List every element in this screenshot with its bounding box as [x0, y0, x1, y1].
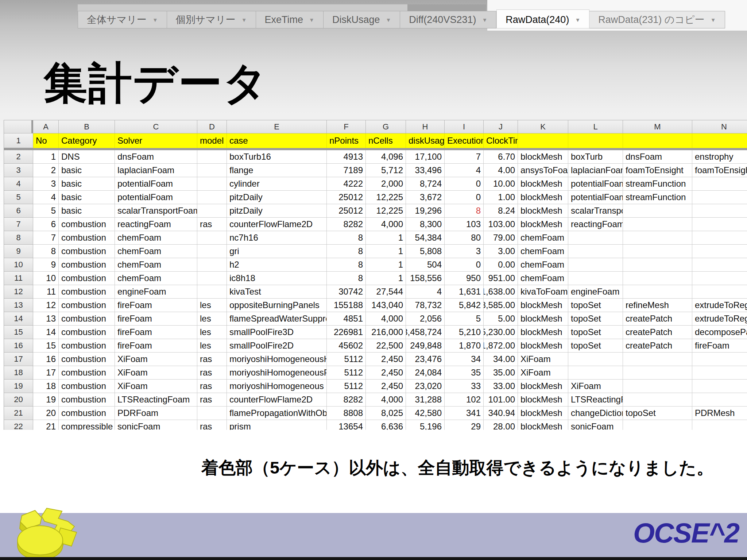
sheet-cell[interactable]: potentialFoam	[115, 191, 197, 204]
sheet-cell[interactable]	[623, 353, 692, 366]
sheet-cell[interactable]	[623, 420, 692, 430]
sheet-cell[interactable]: 4222	[327, 177, 366, 191]
sheet-cell[interactable]: 8.24	[484, 204, 518, 218]
sheet-cell[interactable]: combustion	[59, 407, 115, 420]
sheet-cell[interactable]: 5,230.00	[484, 326, 518, 339]
sheet-cell[interactable]: combustion	[59, 339, 115, 353]
sheet-cell[interactable]: 35	[445, 366, 484, 380]
sheet-cell[interactable]: 5.00	[484, 312, 518, 326]
sheet-cell[interactable]: reactingFoam	[115, 218, 197, 231]
sheet-cell[interactable]: combustion	[59, 285, 115, 299]
sheet-cell[interactable]: extrudeToRegion	[692, 299, 747, 312]
sheet-cell[interactable]: scalarTransportFoam	[568, 204, 623, 218]
sheet-cell[interactable]: nc7h16	[227, 231, 327, 245]
sheet-cell[interactable]: XiFoam	[115, 353, 197, 366]
sheet-cell[interactable]: potentialFoam	[115, 177, 197, 191]
row-header[interactable]: 5	[4, 191, 33, 204]
sheet-cell[interactable]	[692, 420, 747, 430]
sheet-cell[interactable]: PDRFoam	[115, 407, 197, 420]
sheet-cell[interactable]	[197, 150, 227, 164]
sheet-cell[interactable]: 33.00	[484, 380, 518, 393]
row-header[interactable]: 19	[4, 380, 33, 393]
sheet-cell[interactable]: combustion	[59, 272, 115, 285]
sheet-cell[interactable]: 19	[33, 393, 59, 407]
sheet-cell[interactable]: 4	[33, 191, 59, 204]
sheet-cell[interactable]: 8282	[327, 218, 366, 231]
sheet-cell[interactable]: 30742	[327, 285, 366, 299]
sheet-cell[interactable]: 1	[33, 150, 59, 164]
sheet-cell[interactable]: 12	[33, 299, 59, 312]
sheet-cell[interactable]: 5,842	[445, 299, 484, 312]
sheet-cell[interactable]	[623, 393, 692, 407]
sheet-cell[interactable]: 1,872.00	[484, 339, 518, 353]
tab-scrollbar-thumb[interactable]	[407, 4, 486, 11]
sheet-cell[interactable]: topoSet	[568, 299, 623, 312]
sheet-cell[interactable]: 5112	[327, 366, 366, 380]
sheet-cell[interactable]: foamToEnsight	[623, 164, 692, 177]
sheet-cell[interactable]: XiFoam	[115, 380, 197, 393]
sheet-cell[interactable]	[623, 272, 692, 285]
sheet-cell[interactable]: 155188	[327, 299, 366, 312]
sheet-cell[interactable]: boxTurb	[568, 150, 623, 164]
sheet-cell[interactable]	[692, 272, 747, 285]
sheet-cell[interactable]: 8282	[327, 393, 366, 407]
sheet-cell[interactable]: pitzDaily	[227, 204, 327, 218]
sheet-cell[interactable]: gri	[227, 245, 327, 258]
row-header[interactable]: 16	[4, 339, 33, 353]
sheet-cell[interactable]: fireFoam	[115, 326, 197, 339]
sheet-cell[interactable]: combustion	[59, 299, 115, 312]
sheet-cell[interactable]	[692, 231, 747, 245]
sheet-cell[interactable]	[568, 231, 623, 245]
sheet-cell[interactable]: 2,450	[366, 366, 406, 380]
sheet-cell[interactable]: fireFoam	[692, 339, 747, 353]
sheet-cell[interactable]: topoSet	[568, 312, 623, 326]
sheet-cell[interactable]: streamFunction	[623, 177, 692, 191]
sheet-cell[interactable]: pitzDaily	[227, 191, 327, 204]
sheet-cell[interactable]: combustion	[59, 245, 115, 258]
sheet-cell[interactable]	[623, 366, 692, 380]
sheet-cell[interactable]: 6.70	[484, 150, 518, 164]
sheet-cell[interactable]: 16	[33, 353, 59, 366]
tab-Diff(240VS231)[interactable]: Diff(240VS231)▼	[400, 11, 496, 28]
sheet-cell[interactable]: fireFoam	[115, 312, 197, 326]
sheet-cell[interactable]: 2,450	[366, 380, 406, 393]
row-header[interactable]: 22	[4, 420, 33, 430]
sheet-cell[interactable]: 951.00	[484, 272, 518, 285]
sheet-cell[interactable]: blockMesh	[518, 191, 568, 204]
sheet-cell[interactable]: 8	[327, 245, 366, 258]
column-header-H[interactable]: H	[406, 120, 445, 133]
sheet-cell[interactable]: 8,300	[406, 218, 445, 231]
sheet-cell[interactable]: 341	[445, 407, 484, 420]
sheet-cell[interactable]: 10.00	[484, 177, 518, 191]
sheet-cell[interactable]: 1,631	[445, 285, 484, 299]
row-header[interactable]: 18	[4, 366, 33, 380]
sheet-cell[interactable]: 42,580	[406, 407, 445, 420]
sheet-cell[interactable]: chemFoam	[115, 272, 197, 285]
sheet-cell[interactable]: XiFoam	[115, 366, 197, 380]
sheet-cell[interactable]: fireFoam	[115, 299, 197, 312]
row-header[interactable]: 9	[4, 245, 33, 258]
sheet-cell[interactable]: combustion	[59, 312, 115, 326]
sheet-cell[interactable]	[197, 285, 227, 299]
sheet-cell[interactable]: 24,084	[406, 366, 445, 380]
sheet-cell[interactable]: combustion	[59, 366, 115, 380]
sheet-cell[interactable]: chemFoam	[115, 231, 197, 245]
sheet-cell[interactable]: decomposePar	[692, 326, 747, 339]
column-header-I[interactable]: I	[445, 120, 484, 133]
sheet-cell[interactable]	[692, 245, 747, 258]
sheet-cell[interactable]: foamToEnsight	[692, 164, 747, 177]
sheet-cell[interactable]	[623, 285, 692, 299]
sheet-cell[interactable]: 14	[33, 326, 59, 339]
sheet-cell[interactable]: 33,496	[406, 164, 445, 177]
row-header[interactable]: 8	[4, 231, 33, 245]
sheet-cell[interactable]: extrudeToRegion	[692, 312, 747, 326]
sheet-cell[interactable]: createPatch	[623, 312, 692, 326]
sheet-cell[interactable]: LTSReactingFoam	[568, 393, 623, 407]
sheet-cell[interactable]: combustion	[59, 231, 115, 245]
sheet-cell[interactable]: les	[197, 326, 227, 339]
sheet-cell[interactable]: 27,544	[366, 285, 406, 299]
sheet-cell[interactable]: 8	[445, 204, 484, 218]
sheet-cell[interactable]: 8,025	[366, 407, 406, 420]
sheet-cell[interactable]: ras	[197, 420, 227, 430]
sheet-cell[interactable]: 1.00	[484, 191, 518, 204]
